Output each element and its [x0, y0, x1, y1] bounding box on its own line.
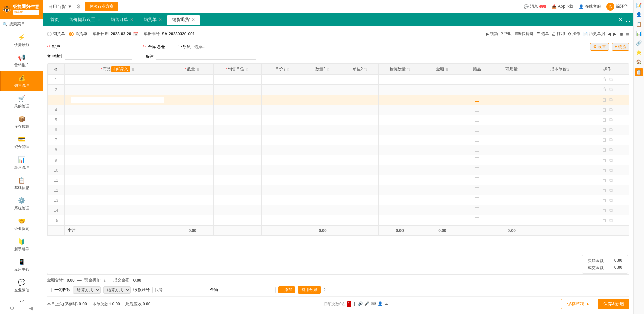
- tab-close-icon[interactable]: ✕: [192, 17, 195, 22]
- sidebar-item-appstore[interactable]: 📱 应用中心: [0, 255, 43, 275]
- right-panel-icon-2[interactable]: 👤: [636, 12, 642, 17]
- sidebar-item-wechat[interactable]: 💬 企业微信: [0, 275, 43, 296]
- delete-btn[interactable]: 🗑: [602, 127, 607, 132]
- delete-btn[interactable]: 🗑: [602, 217, 607, 223]
- sort-icon-unit[interactable]: ⇅: [246, 67, 249, 72]
- packqty-cell[interactable]: [379, 115, 421, 125]
- gift-checkbox[interactable]: [475, 217, 479, 222]
- product-cell[interactable]: [64, 125, 171, 135]
- amount-cell[interactable]: [421, 205, 464, 215]
- copy-btn[interactable]: ⧉: [609, 207, 613, 213]
- right-panel-icon-8[interactable]: 📋: [635, 68, 643, 76]
- unit-cell[interactable]: [214, 115, 262, 125]
- unit-cell[interactable]: [214, 155, 262, 165]
- packqty-cell[interactable]: [379, 165, 421, 175]
- customer-input[interactable]: [62, 44, 129, 50]
- unit2-cell[interactable]: [341, 185, 378, 195]
- product-cell[interactable]: [64, 155, 171, 165]
- unit2-cell[interactable]: [341, 145, 378, 155]
- delete-btn[interactable]: 🗑: [602, 97, 607, 102]
- price-cell[interactable]: [261, 95, 304, 105]
- amount-cell[interactable]: [421, 175, 464, 185]
- packqty-cell[interactable]: [379, 155, 421, 165]
- right-panel-icon-7[interactable]: 🏠: [636, 59, 642, 64]
- amount-cell[interactable]: [421, 155, 464, 165]
- gift-checkbox[interactable]: [475, 117, 479, 122]
- copy-btn[interactable]: ⧉: [609, 107, 613, 112]
- unit-cell[interactable]: [214, 105, 262, 115]
- amount-cell[interactable]: [421, 145, 464, 155]
- product-cell[interactable]: [64, 85, 171, 95]
- packqty-cell[interactable]: [379, 135, 421, 145]
- prev-btn[interactable]: ◀: [608, 31, 611, 37]
- qty-cell[interactable]: [171, 185, 214, 195]
- warehouse-dots-btn[interactable]: ...: [167, 45, 170, 49]
- amount-input[interactable]: [221, 287, 276, 293]
- tab-close-icon[interactable]: ✕: [97, 17, 101, 22]
- gift-cell[interactable]: [464, 175, 490, 185]
- staff-input[interactable]: [193, 44, 246, 50]
- shortcut-btn[interactable]: ⌨ 快捷键: [515, 31, 534, 37]
- price-cell[interactable]: [261, 155, 304, 165]
- gift-checkbox[interactable]: [475, 107, 479, 112]
- sidebar-item-inventory[interactable]: 📦 库存核算: [0, 112, 43, 132]
- price-cell[interactable]: [261, 185, 304, 195]
- right-panel-icon-6[interactable]: ⭐: [636, 50, 642, 55]
- gift-checkbox[interactable]: [475, 177, 479, 182]
- add-row-cell[interactable]: +: [48, 95, 65, 105]
- copy-btn[interactable]: ⧉: [609, 137, 613, 142]
- user-item[interactable]: 徐 徐泽华: [606, 3, 628, 11]
- gift-cell[interactable]: [464, 215, 490, 226]
- gift-cell[interactable]: [464, 195, 490, 205]
- delete-btn[interactable]: 🗑: [602, 187, 607, 193]
- packqty-cell[interactable]: [379, 145, 421, 155]
- sort-icon-packqty[interactable]: ⇅: [407, 67, 410, 72]
- gift-cell[interactable]: [464, 165, 490, 175]
- qty2-cell[interactable]: [304, 165, 341, 175]
- qty-cell[interactable]: [171, 205, 214, 215]
- sort-icon-unit2[interactable]: ⇅: [364, 67, 367, 72]
- qty2-cell[interactable]: [304, 195, 341, 205]
- qty2-cell[interactable]: [304, 175, 341, 185]
- gift-cell[interactable]: [464, 145, 490, 155]
- qty-cell[interactable]: [171, 145, 214, 155]
- add-row-btn[interactable]: +: [54, 97, 57, 103]
- sort-icon-amount[interactable]: ⇅: [445, 67, 449, 72]
- daily-select[interactable]: 日用百货 ▼: [48, 4, 72, 10]
- copy-btn[interactable]: ⧉: [609, 197, 613, 203]
- gift-cell[interactable]: [464, 205, 490, 215]
- packqty-cell[interactable]: [379, 195, 421, 205]
- unit-cell[interactable]: [214, 195, 262, 205]
- experience-button[interactable]: 体验行业方案: [85, 2, 118, 11]
- packqty-cell[interactable]: [379, 185, 421, 195]
- amount-cell[interactable]: [421, 195, 464, 205]
- gift-checkbox[interactable]: [475, 77, 479, 81]
- unit-cell[interactable]: [214, 175, 262, 185]
- amount-cell[interactable]: [421, 165, 464, 175]
- sidebar-item-operations[interactable]: 📊 经营管理: [0, 153, 43, 173]
- delete-btn[interactable]: 🗑: [602, 107, 607, 112]
- qty-cell[interactable]: [171, 85, 214, 95]
- sidebar-item-cooperation[interactable]: 🤝 企业协同: [0, 214, 43, 235]
- tab-price-extract[interactable]: 售价提取设置 ✕: [64, 15, 105, 25]
- address-dots-btn[interactable]: ...: [134, 54, 138, 59]
- copy-btn[interactable]: ⧉: [609, 147, 613, 152]
- delete-btn[interactable]: 🗑: [602, 207, 607, 213]
- product-cell[interactable]: [64, 185, 171, 195]
- gift-checkbox[interactable]: [475, 207, 479, 212]
- sidebar-item-shortcuts[interactable]: ⚡ 快捷导航: [0, 30, 43, 51]
- account-input[interactable]: [152, 287, 207, 293]
- sidebar-item-purchase[interactable]: 🛒 采购管理: [0, 91, 43, 112]
- list-view-btn[interactable]: ▦: [619, 31, 623, 37]
- add-button[interactable]: + 添加: [278, 286, 295, 293]
- delete-btn[interactable]: 🗑: [602, 197, 607, 203]
- tab-close-icon[interactable]: ✕: [159, 17, 162, 22]
- unit-cell[interactable]: [214, 85, 262, 95]
- packqty-cell[interactable]: [379, 75, 421, 85]
- next-btn[interactable]: ▶: [613, 31, 616, 37]
- product-cell[interactable]: [64, 115, 171, 125]
- gift-checkbox[interactable]: [475, 197, 479, 202]
- packqty-cell[interactable]: [379, 215, 421, 226]
- right-panel-icon-4[interactable]: 📊: [636, 31, 642, 36]
- unit-cell[interactable]: [214, 165, 262, 175]
